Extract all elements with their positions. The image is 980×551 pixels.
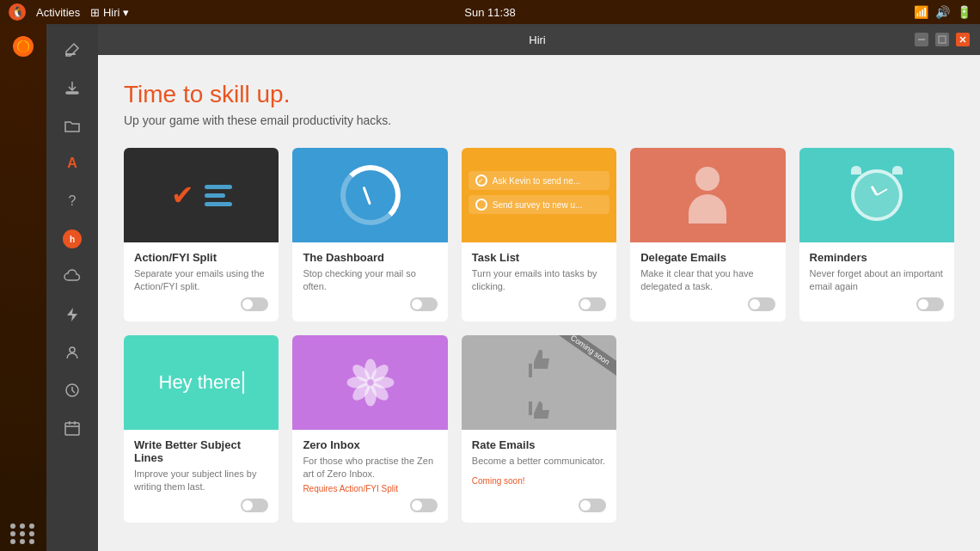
toggle-row-delegate <box>640 294 775 315</box>
dot-grid[interactable] <box>10 523 36 544</box>
card-dashboard: The Dashboard Stop checking your mail so… <box>292 148 447 321</box>
dock-firefox[interactable] <box>8 31 39 62</box>
minimize-button[interactable] <box>915 33 928 46</box>
card-task-list-body: Task List Turn your emails into tasks by… <box>462 242 616 321</box>
card-action-fyi-body: Action/FYI Split Separate your emails us… <box>124 242 279 321</box>
svg-point-19 <box>364 377 377 389</box>
card-action-fyi-title: Action/FYI Split <box>134 251 268 264</box>
toggle-zero-inbox[interactable] <box>410 499 438 512</box>
card-zero-inbox: Zero Inbox For those who practise the Ze… <box>292 335 447 523</box>
gauge-icon <box>340 165 401 225</box>
battery-icon: 🔋 <box>957 5 971 19</box>
toggle-dashboard[interactable] <box>410 297 438 311</box>
clock-hands <box>864 182 890 208</box>
card-delegate-desc: Make it clear that you have delegated a … <box>640 267 775 294</box>
card-dashboard-title: The Dashboard <box>303 251 437 264</box>
toggle-task-list[interactable] <box>579 297 606 311</box>
card-task-list-desc: Turn your emails into tasks by clicking. <box>472 267 606 294</box>
card-rate-emails: Coming soon Rate Emails Become a better … <box>462 335 616 523</box>
system-time: Sun 11:38 <box>464 6 515 19</box>
svg-point-6 <box>70 347 75 352</box>
system-bar-center: Sun 11:38 <box>464 6 515 19</box>
sidebar-clock[interactable] <box>57 375 88 406</box>
toggle-row-zero-inbox <box>303 495 437 516</box>
card-subject-lines-desc: Improve your subject lines by writing th… <box>134 468 268 495</box>
task-item-2: Send survey to new u... <box>469 195 609 214</box>
activities-label[interactable]: Activities <box>36 6 80 19</box>
svg-rect-8 <box>65 423 79 435</box>
task-item-1: Ask Kevin to send ne... <box>469 171 609 190</box>
maximize-button[interactable] <box>935 33 949 46</box>
card-task-list: Ask Kevin to send ne... Send survey to n… <box>462 148 616 321</box>
bell-right <box>892 166 903 174</box>
toggle-delegate[interactable] <box>748 297 775 311</box>
card-action-fyi-image: ✔ <box>124 148 279 242</box>
svg-rect-9 <box>918 39 925 40</box>
flower-icon <box>345 357 396 408</box>
sidebar-hiri[interactable]: h <box>57 223 88 254</box>
card-reminders-image <box>799 148 954 242</box>
page-title: Time to skill up. <box>124 81 954 108</box>
hey-there-text: Hey there <box>159 371 241 394</box>
sidebar-font[interactable]: A <box>57 148 88 179</box>
wifi-icon: 📶 <box>914 5 928 19</box>
system-bar-left: 🐧 Activities ⊞ Hiri ▾ <box>9 3 129 21</box>
sidebar-download[interactable] <box>57 72 88 103</box>
inner-sidebar: A ? h <box>46 24 98 551</box>
sidebar-calendar[interactable] <box>57 413 88 444</box>
toggle-row-task-list <box>472 294 606 315</box>
ubuntu-logo[interactable]: 🐧 <box>9 3 26 21</box>
close-button[interactable] <box>956 33 970 46</box>
card-task-list-title: Task List <box>472 251 606 264</box>
content-area: Time to skill up. Up your game with thes… <box>98 55 980 551</box>
sidebar-folder[interactable] <box>57 110 88 141</box>
sidebar-person[interactable] <box>57 337 88 368</box>
sidebar-bolt[interactable] <box>57 299 88 330</box>
card-zero-inbox-body: Zero Inbox For those who practise the Ze… <box>292 430 447 523</box>
card-dashboard-desc: Stop checking your mail so often. <box>303 267 437 294</box>
card-action-fyi-desc: Separate your emails using the Action/FY… <box>134 267 268 294</box>
line-2 <box>205 193 225 198</box>
window-controls <box>915 33 970 46</box>
toggle-row-subject <box>134 495 268 516</box>
toggle-action-fyi[interactable] <box>241 297 268 311</box>
line-3 <box>205 202 232 206</box>
card-zero-inbox-image <box>292 335 447 430</box>
gauge-circle <box>340 165 401 225</box>
svg-rect-10 <box>939 36 946 43</box>
card-dashboard-image <box>292 148 447 242</box>
thumbs-icon <box>522 346 556 419</box>
card-delegate-body: Delegate Emails Make it clear that you h… <box>630 242 785 321</box>
person-icon <box>689 167 726 223</box>
checkmark-icon: ✔ <box>171 179 194 211</box>
toggle-row-rate-emails <box>472 495 606 516</box>
card-reminders-desc: Never forget about an important email ag… <box>810 267 944 294</box>
card-reminders-title: Reminders <box>810 251 944 264</box>
card-reminders-body: Reminders Never forget about an importan… <box>799 242 954 321</box>
app-name-label[interactable]: ⊞ Hiri ▾ <box>90 6 129 19</box>
svg-rect-2 <box>65 53 76 55</box>
card-task-list-image: Ask Kevin to send ne... Send survey to n… <box>462 148 616 242</box>
toggle-row-reminders <box>810 294 944 315</box>
alarm-clock-icon <box>851 169 903 221</box>
toggle-subject-lines[interactable] <box>241 499 268 512</box>
person-body <box>689 194 726 223</box>
dock <box>0 24 46 551</box>
person-head <box>695 167 720 191</box>
card-rate-emails-badge: Coming soon! <box>472 475 606 494</box>
toggle-reminders[interactable] <box>916 297 944 311</box>
card-rate-emails-title: Rate Emails <box>472 438 606 451</box>
sidebar-compose[interactable] <box>57 34 88 65</box>
card-delegate: Delegate Emails Make it clear that you h… <box>630 148 785 321</box>
card-delegate-title: Delegate Emails <box>640 251 775 264</box>
cards-row-1: ✔ Action/FYI Split Separate your emails … <box>124 148 954 321</box>
card-subject-lines-title: Write Better Subject Lines <box>134 438 268 464</box>
page-subtitle: Up your game with these email productivi… <box>124 113 954 127</box>
card-dashboard-body: The Dashboard Stop checking your mail so… <box>292 242 447 321</box>
sidebar-help[interactable]: ? <box>57 186 88 217</box>
task-items: Ask Kevin to send ne... Send survey to n… <box>462 164 616 226</box>
sidebar-cloud[interactable] <box>57 261 88 292</box>
toggle-rate-emails[interactable] <box>579 499 606 512</box>
main-layout: A ? h <box>0 24 980 551</box>
svg-text:h: h <box>70 235 75 244</box>
